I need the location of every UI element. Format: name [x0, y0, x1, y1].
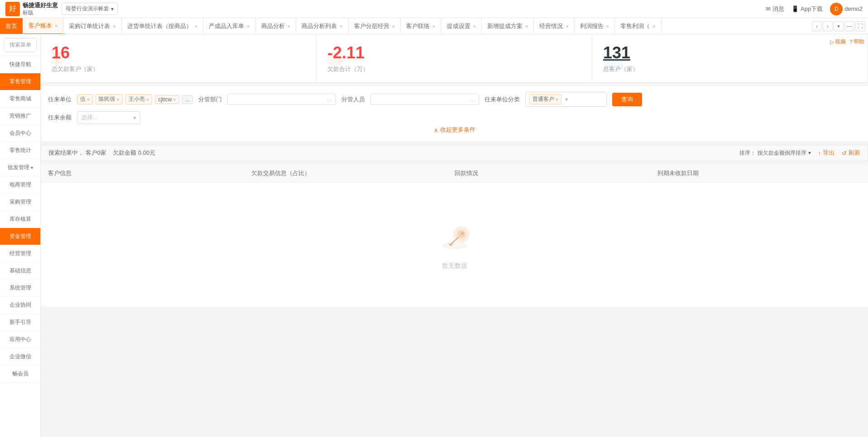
filter-tag-cjttcw[interactable]: cjttcw × — [155, 95, 179, 104]
col-debt-info-label: 欠款交易信息（占比） — [251, 170, 310, 176]
tab-purchase-stats[interactable]: 进货单统计表（按商品） × — [122, 18, 203, 34]
sidebar-item-ecommerce-mgmt[interactable]: 电商管理 — [0, 176, 40, 194]
nav-next-btn[interactable]: › — [823, 21, 833, 31]
sidebar-item-retail-shop[interactable]: 零售商城 — [0, 90, 40, 108]
chevron-right-icon: ▾ — [31, 165, 33, 170]
col-debt-info: 欠款交易信息（占比） — [251, 169, 455, 177]
tab-retail-profit-label: 零售利润（ — [620, 22, 650, 30]
stats-card-actions: ▷ 视频 ? 帮助 — [830, 38, 864, 46]
tab-purchase-stats-close[interactable]: × — [195, 24, 197, 29]
ecommerce-mgmt-label: 电商管理 — [3, 181, 38, 189]
tab-retail-profit-close[interactable]: × — [652, 24, 655, 29]
sidebar-item-retail-mgmt[interactable]: 零售管理 — [0, 73, 40, 90]
tab-product-analysis-close[interactable]: × — [288, 24, 290, 29]
sidebar-item-operations-mgmt[interactable]: 经营管理 — [0, 245, 40, 262]
help-btn[interactable]: ? 帮助 — [849, 38, 864, 46]
sidebar-item-app-center[interactable]: 应用中心 — [0, 331, 40, 348]
company-selector[interactable]: 母婴行业演示帐套 ▾ — [62, 3, 118, 15]
nav-minimize-btn[interactable]: — — [844, 21, 854, 31]
filter-tag-cjttcw-close[interactable]: × — [173, 97, 176, 102]
tab-add-plan-close[interactable]: × — [525, 24, 528, 29]
sidebar-item-enterprise-wechat[interactable]: 企业微信 — [0, 348, 40, 366]
sidebar-item-purchase-mgmt[interactable]: 采购管理 — [0, 194, 40, 211]
sidebar-item-retail-stats[interactable]: 零售统计 — [0, 142, 40, 159]
sidebar-item-plus-member[interactable]: 畅会员 — [0, 366, 40, 383]
stats-value-customers: 16 — [52, 43, 305, 62]
tab-improve-settings-close[interactable]: × — [473, 24, 476, 29]
message-btn[interactable]: ✉ 消息 — [766, 5, 784, 13]
tab-customers-close[interactable]: × — [55, 23, 58, 28]
purchase-mgmt-label: 采购管理 — [3, 198, 38, 206]
dept-filter-select[interactable]: ... — [227, 94, 336, 105]
chevron-down-sort: ▾ — [808, 150, 811, 156]
sort-select[interactable]: 排序： 按欠款金额倒序排序 ▾ — [739, 149, 811, 157]
app-download-btn[interactable]: 📱 App下载 — [791, 5, 823, 13]
tab-cost-in[interactable]: 产成品入库单 × — [203, 18, 255, 34]
filter-tag-chenminqiang-close[interactable]: × — [116, 97, 119, 102]
tab-improve-settings[interactable]: 提成设置 × — [441, 18, 482, 34]
filter-tag-more[interactable]: ... — [182, 95, 193, 104]
tab-profit-report[interactable]: 利润报告 × — [575, 18, 615, 34]
sidebar-item-system-mgmt[interactable]: 系统管理 — [0, 280, 40, 297]
export-btn[interactable]: ↑ 导出 — [818, 149, 835, 157]
tab-purchase-orders-close[interactable]: × — [113, 24, 115, 29]
unit-type-select[interactable]: 普通客户 × ▾ — [525, 92, 607, 107]
query-button[interactable]: 查询 — [612, 93, 642, 106]
sidebar-item-wholesale-mgmt[interactable]: 批发管理 ▾ — [0, 159, 40, 176]
tab-product-analysis[interactable]: 商品分析 × — [256, 18, 296, 34]
stats-card-total: ▦ 131 总客户（家） — [592, 34, 868, 82]
collapse-btn[interactable]: ∧ 收起更多条件 — [48, 124, 861, 136]
unit-type-label: 往来单位分类 — [484, 95, 520, 104]
tab-operation-status[interactable]: 经营情况 × — [534, 18, 574, 34]
sidebar-item-quick-nav[interactable]: 快捷导航 — [0, 56, 40, 73]
nav-prev-btn[interactable]: ‹ — [812, 21, 822, 31]
tab-home[interactable]: 首页 — [0, 18, 23, 34]
result-actions: 排序： 按欠款金额倒序排序 ▾ ↑ 导出 ↺ 刷新 — [739, 149, 861, 157]
filter-tag-wangxiaoliang[interactable]: 王小亮 × — [125, 94, 152, 104]
sidebar-item-inventory-check[interactable]: 库存核算 — [0, 211, 40, 228]
nav-maximize-btn[interactable]: ⛶ — [855, 21, 865, 31]
user-profile[interactable]: D demo2 — [830, 3, 863, 15]
refresh-btn[interactable]: ↺ 刷新 — [842, 149, 860, 157]
plus-member-label: 畅会员 — [3, 370, 38, 378]
tab-add-plan[interactable]: 新增提成方案 × — [482, 18, 534, 34]
tab-profit-report-close[interactable]: × — [606, 24, 609, 29]
person-filter-select[interactable]: ... — [370, 94, 479, 105]
search-menu-button[interactable]: 搜索菜单 — [4, 38, 37, 52]
filter-area: 往来单位 伍 × 陈民强 × 王小亮 × cjttcw — [41, 86, 868, 141]
tab-operation-status-close[interactable]: × — [566, 24, 568, 29]
main-layout: 搜索菜单 快捷导航 零售管理 零售商城 营销推广 会员中心 零售统计 批发管理 … — [0, 34, 868, 437]
tab-customer-tier[interactable]: 客户分层经营 × — [349, 18, 401, 34]
sidebar-item-marketing[interactable]: 营销推广 — [0, 108, 40, 125]
dept-filter-label: 分管部门 — [198, 95, 222, 104]
filter-tag-chenminqiang[interactable]: 陈民强 × — [96, 94, 122, 104]
card1-bg-icon: ¥ — [50, 44, 64, 73]
video-help-btn[interactable]: ▷ 视频 — [830, 38, 846, 46]
nav-tab-menu-btn[interactable]: ▾ — [834, 21, 844, 31]
tab-customer-contact[interactable]: 客户联络 × — [401, 18, 441, 34]
tab-customer-tier-close[interactable]: × — [392, 24, 395, 29]
sidebar-item-capital-mgmt[interactable]: 资金管理 — [0, 228, 40, 245]
sidebar-item-new-guide[interactable]: 新手引导 — [0, 314, 40, 331]
tab-customer-contact-close[interactable]: × — [432, 24, 435, 29]
tab-cost-in-close[interactable]: × — [247, 24, 249, 29]
tab-product-analysis-list-close[interactable]: × — [340, 24, 342, 29]
unit-type-tag-close[interactable]: × — [556, 97, 558, 102]
tab-customers[interactable]: 客户账本 × — [23, 18, 63, 34]
filter-tag-wangxiaoliang-close[interactable]: × — [146, 97, 149, 102]
sidebar-item-basic-info[interactable]: 基础信息 — [0, 262, 40, 280]
col-due-date-label: 到期未收款日期 — [657, 170, 699, 176]
filter-tag-wu-close[interactable]: × — [87, 97, 90, 102]
sidebar-item-member-center[interactable]: 会员中心 — [0, 125, 40, 142]
quick-nav-label: 快捷导航 — [10, 61, 31, 67]
filter-tag-wu[interactable]: 伍 × — [77, 94, 93, 104]
tab-product-analysis-list[interactable]: 商品分析列表 × — [296, 18, 348, 34]
table-header: 客户信息 欠款交易信息（占比） 回款情况 到期未收款日期 — [41, 165, 868, 182]
filter-tag-wangxiaoliang-label: 王小亮 — [129, 95, 145, 103]
svg-point-4 — [461, 232, 464, 235]
sidebar-item-enterprise-collab[interactable]: 企业协同 — [0, 297, 40, 314]
logo-icon: 好 — [5, 2, 20, 16]
tab-purchase-orders[interactable]: 采购订单统计表 × — [63, 18, 121, 34]
remainder-select[interactable]: 选择... ▾ — [77, 111, 140, 124]
tab-retail-profit[interactable]: 零售利润（ × — [615, 18, 661, 34]
